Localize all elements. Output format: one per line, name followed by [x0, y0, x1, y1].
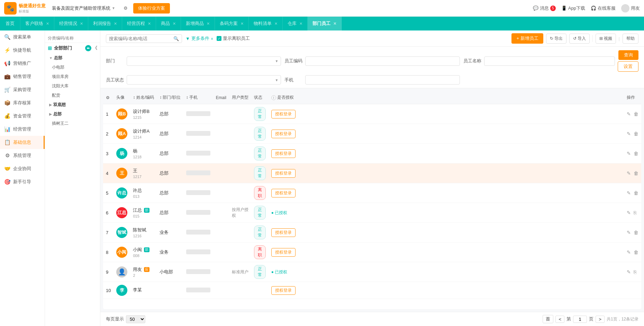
tab-profit[interactable]: 利润报告✕ [88, 17, 122, 30]
page-number-input[interactable] [573, 316, 587, 323]
edit-icon-7[interactable]: ✎ [627, 230, 631, 235]
show-inactive-checkbox[interactable]: ✓ [217, 36, 221, 41]
dept-item-peihuo[interactable]: 配货 [45, 91, 100, 100]
delete-icon-8[interactable]: 🗑 [634, 249, 638, 255]
sidebar-item-inventory[interactable]: 📦 库存核算 [0, 96, 45, 109]
sidebar-item-sales[interactable]: 💼 销售管理 [0, 70, 45, 83]
query-button[interactable]: 查询 [618, 50, 638, 60]
sidebar-item-system[interactable]: ⚙ 系统管理 [0, 149, 45, 162]
edit-icon-8[interactable]: ✎ [627, 249, 631, 255]
view-button[interactable]: ⊞ 视频 [596, 34, 616, 44]
dept-group-zongbu2[interactable]: ▶ 总部 [45, 109, 100, 119]
edit-icon-2[interactable]: ✎ [627, 131, 631, 136]
dept-item-chashu[interactable]: 插树王二 [45, 119, 100, 128]
online-service-button[interactable]: 🎧 在线客服 [591, 5, 616, 11]
tab-product-close[interactable]: ✕ [173, 21, 176, 26]
delete-icon-7[interactable]: 🗑 [634, 230, 638, 235]
delete-icon-5[interactable]: 🗑 [634, 190, 638, 196]
filter-status-select[interactable] [127, 75, 281, 85]
show-inactive-toggle[interactable]: ✓ 显示离职员工 [217, 35, 250, 42]
tab-employee[interactable]: 部门员工✕ [308, 17, 342, 30]
filter-dept-select[interactable] [127, 56, 281, 66]
sidebar-item-search[interactable]: 🔍 搜索菜单 [0, 30, 45, 44]
tab-profit-close[interactable]: ✕ [114, 21, 117, 26]
first-page-button[interactable]: 首 [543, 315, 553, 323]
tab-employee-close[interactable]: ✕ [333, 21, 336, 26]
sidebar-item-collab[interactable]: 🤝 企业协同 [0, 162, 45, 175]
tab-operation[interactable]: 经营情况✕ [54, 17, 88, 30]
sidebar-item-purchase[interactable]: 🛒 采购管理 [0, 83, 45, 96]
auth-btn-7[interactable]: 授权登录 [271, 228, 296, 237]
dept-item-xiaodiaobu[interactable]: 小电部 [45, 63, 100, 72]
tab-warehouse-close[interactable]: ✕ [299, 21, 302, 26]
sidebar-item-marketing[interactable]: 📢 营销推广 [0, 57, 45, 70]
tab-barcode[interactable]: 条码方案✕ [215, 17, 249, 30]
settings-button[interactable]: ⚙ [121, 3, 130, 13]
sidebar-item-operation[interactable]: 📊 经营管理 [0, 123, 45, 136]
dept-edit-icon[interactable]: ✏ [85, 45, 91, 51]
auth-btn-10[interactable]: 授权登录 [271, 286, 296, 295]
more-filter-button[interactable]: ▼ 更多条件 ∧ [185, 35, 213, 42]
tab-home[interactable]: 首页 [3, 17, 20, 30]
tab-history[interactable]: 经营历程✕ [122, 17, 156, 30]
auth-btn-8[interactable]: 授权登录 [271, 248, 296, 257]
auth-btn-5[interactable]: 授权登录 [271, 189, 296, 197]
auth-btn-3[interactable]: 授权登录 [271, 149, 296, 158]
edit-icon-9[interactable]: ✎ [627, 269, 631, 275]
dept-all-header[interactable]: ⊞ 全部部门 ✏ 《 [45, 43, 100, 53]
tab-customer[interactable]: 客户联络✕ [20, 17, 54, 30]
delete-icon-2[interactable]: 🗑 [634, 131, 638, 136]
edit-icon-5[interactable]: ✎ [627, 190, 631, 196]
filter-phone-input[interactable] [305, 75, 460, 85]
edit-icon-1[interactable]: ✎ [627, 111, 631, 117]
employee-search-input[interactable] [109, 36, 171, 41]
trial-button[interactable]: 体验行业方案 [133, 3, 170, 14]
tab-barcode-close[interactable]: ✕ [241, 21, 244, 26]
page-size-select[interactable]: 50 100 [126, 315, 145, 323]
dept-item-shenyangdaku[interactable]: 沈阳大库 [45, 81, 100, 91]
help-button[interactable]: 帮助 [623, 34, 638, 44]
copy-icon-6[interactable]: ⎘ [634, 210, 636, 215]
col-dept[interactable]: ↕ 部门/职位 [157, 91, 183, 104]
export-button[interactable]: ↻ 导出 [546, 34, 566, 44]
copy-icon-9[interactable]: ⎘ [634, 269, 636, 275]
tab-new-product-close[interactable]: ✕ [207, 21, 210, 26]
message-button[interactable]: 💬 消息 5 [533, 5, 556, 11]
col-settings[interactable]: ⚙ [103, 91, 114, 104]
dept-search-input[interactable] [48, 36, 100, 41]
sidebar-item-quick[interactable]: ⚡ 快捷导航 [0, 44, 45, 57]
dept-item-xiangmukufang[interactable]: 项目库房 [45, 72, 100, 81]
tab-bom[interactable]: 物料清单✕ [249, 17, 283, 30]
user-button[interactable]: 用友 [621, 4, 640, 12]
edit-icon-3[interactable]: ✎ [627, 151, 631, 156]
search-btn-icon[interactable]: 🔍 [173, 36, 179, 41]
col-name[interactable]: ↕ 姓名/编码 [130, 91, 157, 104]
tab-customer-close[interactable]: ✕ [46, 21, 49, 26]
auth-btn-2[interactable]: 授权登录 [271, 130, 296, 138]
tab-new-product[interactable]: 新增商品✕ [181, 17, 215, 30]
edit-icon-4[interactable]: ✎ [627, 170, 631, 176]
tab-operation-close[interactable]: ✕ [80, 21, 83, 26]
filter-code-input[interactable] [305, 56, 460, 66]
prev-page-button[interactable]: < [555, 316, 564, 323]
sidebar-item-finance[interactable]: 💰 资金管理 [0, 109, 45, 123]
dept-group-zongbu-main[interactable]: ▼ 总部 [45, 53, 100, 63]
tab-history-close[interactable]: ✕ [148, 21, 151, 26]
delete-icon-4[interactable]: 🗑 [634, 170, 638, 176]
import-button[interactable]: ↺ 导入 [569, 34, 590, 44]
col-phone[interactable]: ↕ 手机 [183, 91, 213, 104]
add-employee-button[interactable]: + 新增员工 [511, 33, 543, 44]
tab-product[interactable]: 商品✕ [156, 17, 181, 30]
set-button[interactable]: 设置 [618, 61, 638, 72]
dept-group-shuangdi[interactable]: ▶ 双底想 [45, 100, 100, 109]
edit-icon-6[interactable]: ✎ [627, 210, 631, 215]
auth-btn-1[interactable]: 授权登录 [271, 110, 296, 118]
tab-warehouse[interactable]: 仓库✕ [283, 17, 308, 30]
tab-bom-close[interactable]: ✕ [274, 21, 278, 26]
app-download-button[interactable]: 📱 App下载 [561, 5, 585, 11]
system-title-dropdown[interactable]: 装备及固定资产辅助管理系统 ▼ [52, 5, 115, 11]
sidebar-item-guide[interactable]: 🎯 新手引导 [0, 175, 45, 188]
filter-name-input[interactable] [484, 56, 615, 66]
dept-collapse-icon[interactable]: 《 [93, 45, 97, 51]
auth-btn-4[interactable]: 授权登录 [271, 169, 296, 178]
